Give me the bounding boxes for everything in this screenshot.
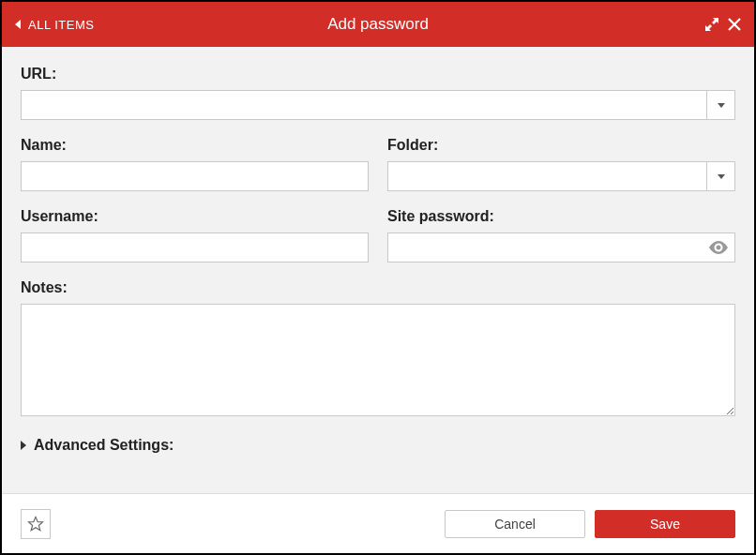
username-field-wrap xyxy=(21,232,369,262)
dialog-body: URL: Name: Folder: xyxy=(2,47,754,493)
expand-button[interactable] xyxy=(705,18,718,31)
password-field-wrap xyxy=(387,232,735,262)
advanced-label: Advanced Settings: xyxy=(34,437,174,454)
url-field-wrap xyxy=(21,90,735,120)
header-actions xyxy=(705,18,741,31)
show-password-button[interactable] xyxy=(703,233,734,262)
svg-marker-2 xyxy=(29,517,43,530)
advanced-settings-toggle[interactable]: Advanced Settings: xyxy=(21,437,735,454)
back-label: ALL ITEMS xyxy=(28,18,94,32)
folder-input[interactable] xyxy=(388,162,706,190)
password-input[interactable] xyxy=(388,233,703,262)
url-dropdown-button[interactable] xyxy=(706,91,734,119)
folder-label: Folder: xyxy=(387,137,735,154)
username-label: Username: xyxy=(21,208,369,225)
eye-icon xyxy=(709,241,728,254)
username-input[interactable] xyxy=(22,233,368,262)
dialog-footer: Cancel Save xyxy=(2,493,754,553)
close-button[interactable] xyxy=(728,18,741,31)
back-all-items-link[interactable]: ALL ITEMS xyxy=(15,18,94,32)
chevron-down-icon xyxy=(718,174,725,179)
star-icon xyxy=(27,516,44,532)
folder-field-wrap xyxy=(387,161,735,191)
favorite-button[interactable] xyxy=(21,509,51,539)
chevron-left-icon xyxy=(15,20,21,29)
add-password-dialog: ALL ITEMS Add password URL: xyxy=(2,2,754,553)
name-input[interactable] xyxy=(22,162,368,190)
footer-actions: Cancel Save xyxy=(445,510,735,538)
dialog-header: ALL ITEMS Add password xyxy=(2,2,754,47)
chevron-down-icon xyxy=(718,103,725,108)
name-field-wrap xyxy=(21,161,369,191)
password-label: Site password: xyxy=(387,208,735,225)
url-input[interactable] xyxy=(22,91,706,119)
name-label: Name: xyxy=(21,137,369,154)
folder-dropdown-button[interactable] xyxy=(706,162,734,190)
save-button[interactable]: Save xyxy=(595,510,735,538)
dialog-title: Add password xyxy=(327,15,429,34)
url-label: URL: xyxy=(21,66,735,82)
notes-textarea[interactable] xyxy=(21,304,735,416)
cancel-button[interactable]: Cancel xyxy=(445,510,585,538)
notes-label: Notes: xyxy=(21,279,735,296)
chevron-right-icon xyxy=(21,441,26,450)
close-icon xyxy=(728,18,741,31)
expand-icon xyxy=(705,18,718,31)
